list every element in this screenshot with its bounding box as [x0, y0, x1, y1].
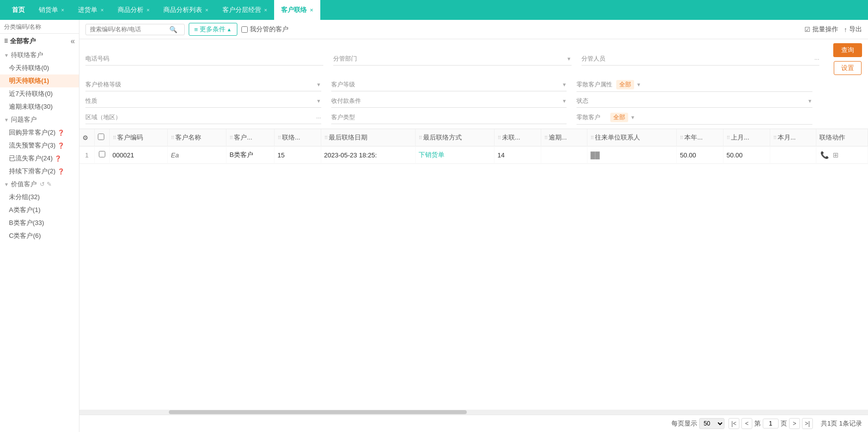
batch-btn-label: 批量操作 — [812, 25, 838, 34]
row-checkbox-cell[interactable] — [94, 146, 109, 164]
row-type: B类客户 — [226, 146, 275, 164]
sidebar-group-problem[interactable]: ▼ 问题客户 — [0, 113, 79, 126]
page-size-area: 每页显示 50 100 200 — [671, 418, 724, 429]
col-unit-contact: ⠿往来单位联系人 — [587, 129, 677, 146]
filter-phone: 电话号码 — [85, 53, 323, 66]
col-checkbox[interactable] — [94, 129, 109, 146]
nav-sales[interactable]: 销货单 × — [32, 0, 71, 20]
sidebar-item-class-c[interactable]: C类客户(6) — [0, 229, 79, 242]
nav-sales-close[interactable]: × — [61, 7, 64, 13]
sidebar-item-declining[interactable]: 持续下滑客户(2) ❓ — [0, 165, 79, 178]
sidebar-item-tomorrow[interactable]: 明天待联络(1) — [0, 74, 79, 87]
my-customers-checkbox[interactable] — [241, 26, 248, 33]
filter-payment-label: 收付款条件 — [331, 97, 361, 105]
col-last-month: ⠿上月... — [723, 129, 770, 146]
sidebar-all-dots[interactable]: « — [71, 37, 75, 46]
filter-phone-label: 电话号码 — [85, 55, 115, 63]
sidebar-search-input[interactable] — [4, 23, 78, 30]
filter-nature-label: 性质 — [85, 97, 115, 105]
horizontal-scrollbar[interactable] — [79, 410, 868, 415]
filter-retail-attr-label: 零散客户属性 — [577, 80, 612, 89]
nav-analysis[interactable]: 商品分析 × — [111, 0, 156, 20]
sidebar-item-tomorrow-label: 明天待联络(1) — [9, 76, 49, 85]
settings-btn[interactable]: 设置 — [834, 61, 862, 75]
export-btn[interactable]: ↑ 导出 — [844, 25, 863, 34]
per-page-select[interactable]: 50 100 200 — [699, 418, 724, 429]
nav-sales-label: 销货单 — [39, 5, 58, 14]
lost-help-icon[interactable]: ❓ — [58, 143, 65, 149]
sidebar-item-overdue[interactable]: 逾期未联络(30) — [0, 100, 79, 113]
nav-customer-tier[interactable]: 客户分层经营 × — [216, 0, 274, 20]
select-all-checkbox[interactable] — [98, 134, 104, 140]
type-sort-icon: ⠿ — [229, 135, 233, 141]
grid-icon[interactable]: ⊞ — [833, 151, 839, 159]
problem-triangle-icon: ▼ — [4, 117, 9, 123]
nav-purchase[interactable]: 进货单 × — [71, 0, 110, 20]
row-num: 1 — [79, 146, 94, 164]
sidebar-item-lost[interactable]: 流失预警客户(3) ❓ — [0, 139, 79, 152]
checkbox-icon: ☑ — [804, 26, 810, 33]
nav-analysis-list-label: 商品分析列表 — [163, 5, 202, 14]
filter-retail-customer-value: 全部 — [610, 113, 628, 122]
nav-purchase-close[interactable]: × — [100, 7, 103, 13]
declining-help-icon[interactable]: ❓ — [58, 168, 65, 175]
prev-page-btn[interactable]: < — [741, 418, 752, 429]
churned-help-icon[interactable]: ❓ — [55, 155, 62, 162]
manager-dots-icon[interactable]: ··· — [814, 56, 819, 63]
sidebar-item-week[interactable]: 近7天待联络(0) — [0, 87, 79, 100]
filter-status-label: 状态 — [577, 97, 606, 105]
col-last-date: ⠿最后联络日期 — [321, 129, 415, 146]
repeat-help-icon[interactable]: ❓ — [58, 130, 65, 136]
table-row: 1 000021 Ea B类客户 15 2023-05-23 18:25: 下销… — [79, 146, 868, 164]
filter-area-label: 区域（地区） — [85, 113, 121, 122]
more-filter-btn[interactable]: ≡ 更多条件 ▲ — [189, 23, 237, 36]
sidebar-item-ungroup[interactable]: 未分组(32) — [0, 191, 79, 204]
nav-analysis-label: 商品分析 — [118, 5, 144, 14]
filter-row-2: 客户价格等级 ▼ 客户等级 ▼ 零散客户属性 全部 ▼ — [85, 78, 862, 92]
search-input[interactable] — [90, 26, 169, 33]
sidebar-item-ungroup-label: 未分组(32) — [9, 193, 40, 202]
content-area: 🔍 ≡ 更多条件 ▲ 我分管的客户 ☑ 批量操作 ↑ 导出 — [79, 20, 868, 432]
sidebar-item-today[interactable]: 今天待联络(0) — [0, 62, 79, 74]
col-last-method: ⠿最后联络方式 — [415, 129, 494, 146]
nav-customer-tier-close[interactable]: × — [264, 7, 267, 13]
page-input[interactable] — [763, 419, 779, 429]
query-btn[interactable]: 查询 — [833, 43, 862, 57]
sidebar-group-pending[interactable]: ▼ 待联络客户 — [0, 49, 79, 62]
scrollbar-thumb[interactable] — [169, 410, 467, 414]
sidebar-item-churned[interactable]: 已流失客户(24) ❓ — [0, 152, 79, 165]
sidebar-item-declining-label: 持续下滑客户(2) — [9, 167, 56, 176]
col-settings[interactable]: ⚙ — [79, 129, 94, 146]
sidebar-item-repeat[interactable]: 回购异常客户(2) ❓ — [0, 126, 79, 139]
value-edit-icon[interactable]: ✎ — [47, 181, 52, 188]
value-refresh-icon[interactable]: ↺ — [40, 181, 45, 188]
call-icon[interactable]: 📞 — [820, 151, 829, 159]
col-overdue: ⠿逾期... — [541, 129, 587, 146]
row-checkbox[interactable] — [99, 151, 105, 157]
nav-analysis-list-close[interactable]: × — [205, 7, 208, 13]
last-page-btn[interactable]: >| — [802, 418, 813, 429]
last-method-link[interactable]: 下销货单 — [419, 151, 444, 158]
value-triangle-icon: ▼ — [4, 182, 9, 187]
sidebar-all-customers[interactable]: ⠿ 全部客户 « — [0, 34, 79, 49]
area-dots-icon[interactable]: ··· — [316, 114, 321, 121]
filter-nature: 性质 ▼ — [85, 95, 321, 108]
sidebar-item-class-b[interactable]: B类客户(33) — [0, 216, 79, 229]
sidebar-item-class-a[interactable]: A类客户(1) — [0, 204, 79, 216]
toolbar-search-icon[interactable]: 🔍 — [169, 26, 177, 33]
sidebar-group-value[interactable]: ▼ 价值客户 ↺ ✎ — [0, 178, 79, 191]
nav-customer-contact-close[interactable]: × — [310, 7, 313, 13]
nav-customer-contact[interactable]: 客户联络 × — [274, 0, 320, 20]
next-page-btn[interactable]: > — [789, 418, 800, 429]
row-last-date: 2023-05-23 18:25: — [321, 146, 415, 164]
my-customers-checkbox-label[interactable]: 我分管的客户 — [241, 25, 289, 34]
filter-manager-label: 分管人员 — [581, 55, 611, 63]
first-page-btn[interactable]: |< — [728, 418, 739, 429]
batch-btn[interactable]: ☑ 批量操作 — [804, 25, 838, 34]
table-footer: 每页显示 50 100 200 |< < 第 页 > >| 共1页 1条记录 — [79, 415, 868, 432]
nav-analysis-list[interactable]: 商品分析列表 × — [156, 0, 215, 20]
col-this-month: ⠿本月... — [770, 129, 816, 146]
sidebar-item-today-label: 今天待联络(0) — [9, 64, 49, 72]
nav-analysis-close[interactable]: × — [146, 7, 149, 13]
nav-home[interactable]: 首页 — [5, 0, 32, 20]
